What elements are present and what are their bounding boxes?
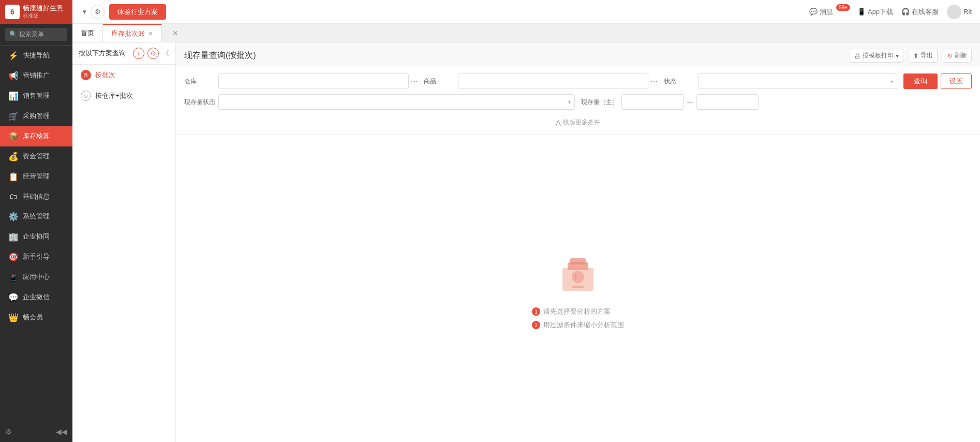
finance-icon: 💰 bbox=[8, 152, 19, 161]
export-label: 导出 bbox=[920, 51, 933, 60]
sidebar-scroll-up[interactable]: ⚙ bbox=[5, 426, 12, 437]
warehouse-more-icon[interactable]: ··· bbox=[411, 77, 418, 86]
stock-qty-max-input[interactable] bbox=[696, 94, 759, 110]
tip-text-1: 请先选择要分析的方案 bbox=[543, 307, 611, 316]
print-chevron-icon: ▾ bbox=[896, 52, 899, 60]
phone-icon: 📱 bbox=[857, 8, 866, 16]
empty-tip-2: 2 用过滤条件来缩小分析范围 bbox=[532, 320, 624, 330]
filter-area: 仓库 ··· 商品 ··· 状态 ▾ bbox=[176, 67, 980, 135]
message-item[interactable]: 💬 消息 99+ bbox=[809, 7, 849, 17]
page-header-actions: 🖨 按模板打印 ▾ ⬆ 导出 ↻ 刷新 bbox=[850, 49, 972, 63]
product-filter: 商品 ··· bbox=[424, 73, 657, 89]
search-icon: 🔍 bbox=[9, 31, 17, 38]
empty-state: ! 1 请先选择要分析的方案 2 用过滤条件来缩小分析范围 bbox=[176, 135, 980, 442]
plan-item-by-batch[interactable]: B 按批次 bbox=[72, 65, 175, 85]
sidebar-nav: ⚡ 快捷导航 📢 营销推广 📊 销售管理 🛒 采购管理 📦 库存核算 💰 资金管… bbox=[0, 46, 72, 421]
filter-row-1: 仓库 ··· 商品 ··· 状态 ▾ bbox=[184, 73, 972, 89]
sidebar-item-sales[interactable]: 📊 销售管理 bbox=[0, 86, 72, 106]
status-select-wrapper: ▾ bbox=[698, 73, 897, 89]
sidebar-item-label: 应用中心 bbox=[23, 272, 50, 282]
refresh-icon: ↻ bbox=[947, 52, 953, 60]
stock-status-filter: 现存量状态 ▾ bbox=[184, 94, 575, 110]
product-label: 商品 bbox=[424, 77, 455, 86]
topbar: ▾ ⚙ 体验行业方案 💬 消息 99+ 📱 App下载 🎧 在线客服 Rit bbox=[72, 0, 980, 24]
sidebar-item-label: 企业协同 bbox=[23, 232, 50, 241]
sidebar-item-label: 库存核算 bbox=[23, 131, 50, 141]
tab-close-icon[interactable]: ✕ bbox=[148, 30, 153, 37]
print-icon: 🖨 bbox=[854, 52, 860, 60]
sidebar-item-label: 营销推广 bbox=[23, 71, 50, 80]
status-select[interactable] bbox=[698, 73, 897, 89]
settings-plan-button[interactable]: ⊙ bbox=[147, 48, 159, 59]
sidebar-item-quick[interactable]: ⚡ 快捷导航 bbox=[0, 46, 72, 66]
refresh-button[interactable]: ↻ 刷新 bbox=[943, 49, 972, 63]
refresh-label: 刷新 bbox=[955, 51, 967, 60]
page-header: 现存量查询(按批次) 🖨 按模板打印 ▾ ⬆ 导出 ↻ 刷新 bbox=[176, 42, 980, 67]
purchase-icon: 🛒 bbox=[8, 111, 19, 121]
product-more-icon[interactable]: ··· bbox=[650, 77, 657, 86]
tab-home-label: 首页 bbox=[81, 28, 94, 38]
search-input-wrapper[interactable]: 🔍 搜索菜单 bbox=[5, 28, 67, 41]
message-badge: 99+ bbox=[836, 4, 850, 11]
sidebar-item-operations[interactable]: 📋 经营管理 bbox=[0, 167, 72, 187]
trial-button[interactable]: 体验行业方案 bbox=[109, 4, 166, 20]
settings-button[interactable]: 设置 bbox=[941, 73, 972, 89]
plan-item-by-warehouse-batch[interactable]: ⊙ 按仓库+批次 bbox=[72, 85, 175, 106]
sidebar: 6 畅康通好生意 标准版 🔍 搜索菜单 ⚡ 快捷导航 📢 营销推广 📊 销售管理… bbox=[0, 0, 72, 442]
page-title: 现存量查询(按批次) bbox=[184, 50, 256, 61]
sidebar-item-member[interactable]: 👑 畅会员 bbox=[0, 307, 72, 328]
app-download-item[interactable]: 📱 App下载 bbox=[857, 7, 893, 17]
svg-text:!: ! bbox=[575, 273, 577, 281]
export-button[interactable]: ⬆ 导出 bbox=[909, 49, 938, 63]
product-input[interactable] bbox=[458, 73, 648, 89]
sidebar-item-system[interactable]: ⚙️ 系统管理 bbox=[0, 207, 72, 227]
user-item[interactable]: Rit bbox=[947, 5, 972, 19]
sidebar-item-enterprise[interactable]: 🏢 企业协同 bbox=[0, 227, 72, 247]
print-button[interactable]: 🖨 按模板打印 ▾ bbox=[850, 49, 903, 63]
sidebar-item-appcenter[interactable]: 📱 应用中心 bbox=[0, 267, 72, 287]
sidebar-footer: ⚙ ◀◀ bbox=[0, 421, 72, 442]
status-label: 状态 bbox=[664, 77, 695, 86]
sidebar-item-inventory[interactable]: 📦 库存核算 bbox=[0, 126, 72, 146]
empty-tip-1: 1 请先选择要分析的方案 bbox=[532, 307, 624, 316]
sales-icon: 📊 bbox=[8, 91, 19, 101]
collapse-more-btn[interactable]: ⋀ 收起更多条件 bbox=[184, 115, 972, 128]
app-title-group: 畅康通好生意 标准版 bbox=[23, 4, 63, 20]
sidebar-scroll-down[interactable]: ◀◀ bbox=[56, 426, 67, 437]
add-plan-button[interactable]: + bbox=[133, 48, 144, 59]
warehouse-input[interactable] bbox=[218, 73, 409, 89]
wechat-icon: 💬 bbox=[8, 292, 19, 302]
quick-icon: ⚡ bbox=[8, 51, 19, 61]
tab-close-main-icon[interactable]: ✕ bbox=[170, 27, 181, 39]
collapse-label: 收起更多条件 bbox=[563, 118, 600, 127]
topbar-left: ▾ ⚙ 体验行业方案 bbox=[81, 4, 166, 20]
online-service-item[interactable]: 🎧 在线客服 bbox=[901, 7, 939, 17]
collapse-panel-button[interactable]: 《 bbox=[162, 49, 169, 58]
basic-icon: 🗂 bbox=[8, 192, 19, 201]
sidebar-item-label: 新手引导 bbox=[23, 252, 50, 261]
stock-qty-min-input[interactable] bbox=[621, 94, 684, 110]
app-name: 畅康通好生意 bbox=[23, 4, 63, 12]
svg-rect-5 bbox=[572, 286, 584, 288]
tip-text-2: 用过滤条件来缩小分析范围 bbox=[543, 320, 624, 330]
operations-icon: 📋 bbox=[8, 172, 19, 182]
sidebar-search-area[interactable]: 🔍 搜索菜单 bbox=[0, 24, 72, 46]
sidebar-item-basic[interactable]: 🗂 基础信息 bbox=[0, 187, 72, 207]
tab-home[interactable]: 首页 bbox=[72, 24, 103, 42]
sidebar-item-marketing[interactable]: 📢 营销推广 bbox=[0, 66, 72, 86]
sidebar-item-wechat[interactable]: 💬 企业微信 bbox=[0, 287, 72, 307]
sidebar-item-finance[interactable]: 💰 资金管理 bbox=[0, 146, 72, 167]
stock-status-select[interactable] bbox=[218, 94, 575, 110]
tab-batch[interactable]: 库存批次账 ✕ bbox=[103, 24, 162, 42]
sidebar-item-purchase[interactable]: 🛒 采购管理 bbox=[0, 106, 72, 126]
settings-gear-icon[interactable]: ⚙ bbox=[91, 5, 105, 19]
topbar-dropdown[interactable]: ▾ bbox=[81, 8, 86, 16]
avatar bbox=[947, 5, 961, 19]
sidebar-item-newguide[interactable]: 🎯 新手引导 bbox=[0, 247, 72, 267]
print-label: 按模板打印 bbox=[863, 51, 894, 60]
collapse-up-icon: ⋀ bbox=[556, 119, 561, 126]
stock-qty-dash: — bbox=[687, 98, 693, 106]
stock-qty-filter: 现存量（主） — bbox=[581, 94, 972, 110]
appcenter-icon: 📱 bbox=[8, 272, 19, 282]
query-button[interactable]: 查询 bbox=[903, 73, 938, 89]
